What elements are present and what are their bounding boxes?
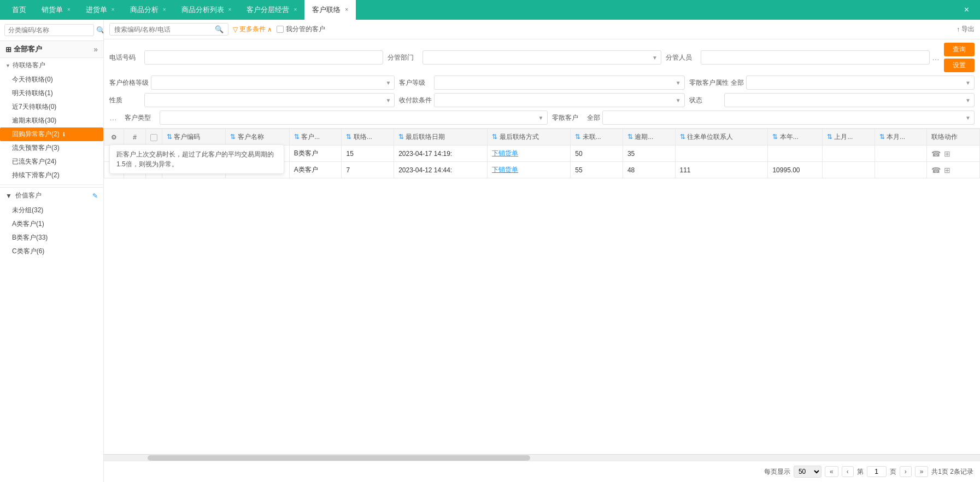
- nav-customer-contact[interactable]: 客户联络 ×: [304, 0, 356, 20]
- sidebar-group-pending[interactable]: ▼ 待联络客户: [0, 58, 103, 73]
- sidebar-item-overdue[interactable]: 逾期未联络(30): [0, 114, 103, 127]
- col-setting[interactable]: ⚙: [104, 129, 124, 146]
- close-all-button[interactable]: ×: [958, 5, 976, 15]
- row-action-grid-1[interactable]: ⊞: [944, 166, 950, 175]
- filter-nature-select[interactable]: ▼: [144, 93, 395, 107]
- sidebar-search-button[interactable]: 🔍: [94, 25, 104, 36]
- sidebar-item-repurchase-abnormal[interactable]: 回购异常客户(2) ℹ: [0, 127, 103, 141]
- export-icon: ↑: [956, 26, 960, 33]
- content-area: 🔍 ▽ 更多条件 ∧ 我分管的客户 ↑ 导出 电话号码: [104, 20, 980, 482]
- sidebar-item-churned[interactable]: 已流失客户(24): [0, 155, 103, 169]
- row-date-0: 2023-04-17 14:19:: [394, 146, 488, 162]
- close-customer-contact-icon[interactable]: ×: [345, 0, 348, 20]
- filter-phone: 电话号码: [109, 50, 383, 65]
- horizontal-scrollbar[interactable]: [104, 454, 980, 461]
- sort-icon-date: ⇅: [398, 133, 404, 141]
- sort-icon-uncontacted: ⇅: [575, 133, 580, 141]
- nav-product-analysis-list[interactable]: 商品分析列表 ×: [174, 0, 239, 20]
- close-sales-order-icon[interactable]: ×: [67, 0, 71, 20]
- export-button[interactable]: ↑ 导出: [956, 25, 975, 34]
- sidebar-item-class-a[interactable]: A类客户(1): [0, 217, 103, 231]
- filter-customer-type-select[interactable]: ▼: [160, 111, 548, 125]
- row-method-0[interactable]: 下销货单: [488, 146, 571, 162]
- sidebar-group-value[interactable]: ▼ 价值客户 ✎: [0, 187, 103, 204]
- row-method-link-1[interactable]: 下销货单: [492, 166, 518, 173]
- my-customer-checkbox[interactable]: [277, 26, 284, 33]
- filter-row-1: 电话号码 分管部门 ▼ 分管人员 …: [109, 43, 975, 72]
- sidebar-item-ungroup[interactable]: 未分组(32): [0, 204, 103, 217]
- col-this-month[interactable]: ⇅ 本月...: [875, 129, 927, 146]
- filter-department-select[interactable]: ▼: [422, 50, 661, 65]
- query-button[interactable]: 查询: [944, 43, 975, 56]
- row-method-link-0[interactable]: 下销货单: [492, 149, 518, 157]
- sidebar-item-churn-warning[interactable]: 流失预警客户(3): [0, 141, 103, 155]
- row-action-phone-1[interactable]: ☎: [931, 166, 941, 175]
- grid-icon: ⊞: [5, 45, 11, 54]
- nav-customer-tiered[interactable]: 客户分层经营 ×: [239, 0, 304, 20]
- table-header-row: ⚙ # ⇅ 客户编码 ⇅ 客户名称: [104, 129, 980, 146]
- col-uncontacted[interactable]: ⇅ 未联...: [571, 129, 623, 146]
- col-contact[interactable]: ⇅ 联络...: [342, 129, 394, 146]
- col-customer-name[interactable]: ⇅ 客户名称: [226, 129, 289, 146]
- edit-icon[interactable]: ✎: [92, 192, 98, 200]
- col-last-month[interactable]: ⇅ 上月...: [823, 129, 875, 146]
- caret-pricelevel-icon: ▼: [385, 80, 391, 86]
- settings-icon[interactable]: ⚙: [111, 133, 117, 141]
- last-page-button[interactable]: »: [915, 466, 929, 477]
- filter-actions: 查询 设置: [944, 43, 975, 72]
- close-product-analysis-list-icon[interactable]: ×: [228, 0, 232, 20]
- col-overdue[interactable]: ⇅ 逾期...: [623, 129, 675, 146]
- row-contact-1: 7: [342, 162, 394, 178]
- nav-product-analysis[interactable]: 商品分析 ×: [122, 0, 174, 20]
- filter-manager-input[interactable]: [701, 50, 930, 65]
- row-action-phone-0[interactable]: ☎: [931, 149, 941, 158]
- close-customer-tiered-icon[interactable]: ×: [294, 0, 297, 20]
- col-customer-code[interactable]: ⇅ 客户编码: [162, 129, 226, 146]
- first-page-button[interactable]: «: [825, 466, 838, 477]
- col-customer-type[interactable]: ⇅ 客户...: [289, 129, 342, 146]
- row-method-1[interactable]: 下销货单: [488, 162, 571, 178]
- more-filter-button[interactable]: ▽ 更多条件 ∧: [233, 25, 272, 34]
- col-last-contact-method[interactable]: ⇅ 最后联络方式: [488, 129, 571, 146]
- row-action-grid-0[interactable]: ⊞: [944, 149, 950, 158]
- sidebar-item-class-c[interactable]: C类客户(6): [0, 245, 103, 258]
- filter-phone-input[interactable]: [144, 50, 383, 65]
- nav-sales-order[interactable]: 销货单 ×: [34, 0, 78, 20]
- sidebar-search-input[interactable]: [4, 24, 94, 36]
- sort-icon-lastmonth: ⇅: [827, 133, 832, 141]
- row-last-month-1: [823, 162, 875, 178]
- col-unit-contact[interactable]: ⇅ 往来单位联系人: [675, 129, 768, 146]
- filter-customer-level-select[interactable]: ▼: [434, 76, 684, 90]
- close-product-analysis-icon[interactable]: ×: [163, 0, 166, 20]
- filter-payment-terms-select[interactable]: ▼: [434, 93, 684, 107]
- filter-status-select[interactable]: ▼: [724, 93, 975, 107]
- filter-retail-attr-select[interactable]: ▼: [746, 76, 975, 90]
- per-page-select[interactable]: 50 100 200: [794, 466, 821, 478]
- sidebar-collapse-button[interactable]: »: [93, 45, 98, 54]
- filter-customer-type: 客户类型 ▼: [125, 111, 548, 125]
- sidebar-item-tomorrow[interactable]: 明天待联络(1): [0, 86, 103, 100]
- filter-retail-customer-select[interactable]: ▼: [602, 111, 975, 125]
- next-page-button[interactable]: ›: [900, 466, 912, 477]
- col-last-contact-date[interactable]: ⇅ 最后联络日期: [394, 129, 488, 146]
- sidebar-item-class-b[interactable]: B类客户(33): [0, 231, 103, 245]
- nav-home[interactable]: 首页: [4, 0, 34, 20]
- filter-manager-dots[interactable]: …: [932, 53, 940, 62]
- sidebar-item-declining[interactable]: 持续下滑客户(2): [0, 169, 103, 182]
- horizontal-scroll-thumb[interactable]: [148, 455, 530, 461]
- page-number-input[interactable]: [867, 466, 887, 477]
- sidebar-item-today[interactable]: 今天待联络(0): [0, 73, 103, 86]
- table-container[interactable]: ⚙ # ⇅ 客户编码 ⇅ 客户名称: [104, 129, 980, 454]
- search-input[interactable]: [114, 26, 213, 33]
- nav-purchase-order[interactable]: 进货单 ×: [78, 0, 122, 20]
- filter-extra-dots[interactable]: …: [109, 113, 117, 122]
- prev-page-button[interactable]: ‹: [842, 466, 854, 477]
- col-check[interactable]: [146, 129, 162, 146]
- close-purchase-order-icon[interactable]: ×: [112, 0, 115, 20]
- sidebar-item-7days[interactable]: 近7天待联络(0): [0, 100, 103, 114]
- col-this-year[interactable]: ⇅ 本年...: [768, 129, 823, 146]
- filter-price-level-select[interactable]: ▼: [151, 76, 395, 90]
- search-icon[interactable]: 🔍: [215, 25, 224, 33]
- select-all-checkbox[interactable]: [150, 134, 157, 141]
- setting-button[interactable]: 设置: [944, 59, 975, 72]
